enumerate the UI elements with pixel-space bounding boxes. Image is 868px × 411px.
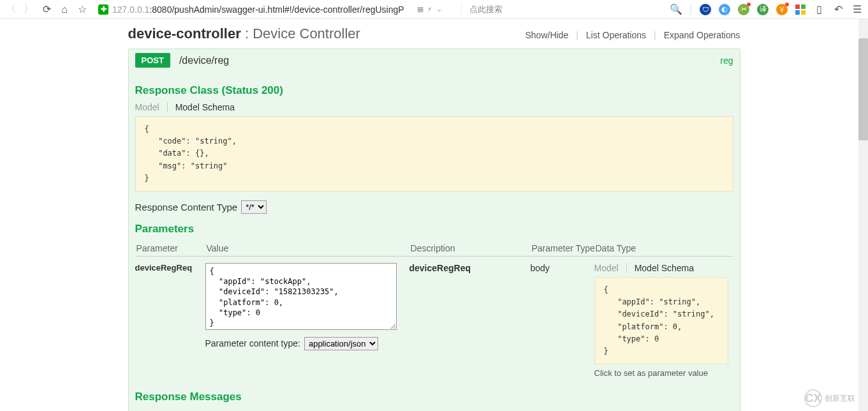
url-bar[interactable]: ✚ 127.0.0.1:8080/pushAdmin/swagger-ui.ht… [98,4,404,15]
security-shield-icon: ✚ [98,4,108,15]
controller-header: device-controller : Device Controller Sh… [128,26,740,42]
back-icon[interactable]: 〈 [5,4,17,15]
response-class-title: Response Class (Status 200) [135,84,733,97]
operation-body: Response Class (Status 200) Model Model … [129,71,740,411]
param-datatype-cell: Model Model Schema { "appId": "string", … [594,263,735,378]
dtype-tabs: Model Model Schema [594,263,735,273]
watermark: CX 创新互联 [804,389,855,407]
endpoint-path: /device/reg [179,55,229,66]
ext-scissors-icon[interactable]: ✂ [738,4,749,15]
dtype-tab-model[interactable]: Model [594,263,627,273]
refresh-icon[interactable]: ⟳ [41,4,52,15]
watermark-logo-icon: CX [804,389,822,407]
url-suffix-icons[interactable]: ▦⚡︎⌄ [417,5,442,13]
expand-ops-link[interactable]: Expand Operations [664,30,740,40]
col-parameter: Parameter [136,243,207,253]
response-tabs: Model Model Schema [135,102,733,112]
menu-icon[interactable]: ☰ [851,4,863,15]
browser-toolbar: 〈 〉 ⟳ ⌂ ☆ ✚ 127.0.0.1:8080/pushAdmin/swa… [0,0,868,19]
lightning-icon[interactable]: ⚡︎ [427,5,432,13]
param-name: deviceRegReq [135,263,205,378]
ext-wallet-icon[interactable]: ¥ [776,4,788,15]
operation-header[interactable]: POST /device/reg reg [129,49,740,71]
col-data-type: Data Type [596,243,736,253]
response-content-type-label: Response Content Type [135,202,238,213]
response-schema-box[interactable]: { "code": "string", "data": {}, "msg": "… [135,116,733,191]
bookmark-icon[interactable]: ☆ [77,4,88,15]
parameter-row: deviceRegReq Parameter content type: app… [135,257,733,378]
param-content-type-select[interactable]: application/json [304,337,378,350]
param-body-input[interactable] [205,263,397,330]
url-text: 127.0.0.1:8080/pushAdmin/swagger-ui.html… [112,4,404,15]
tab-model[interactable]: Model [135,102,168,112]
operation-block: POST /device/reg reg Response Class (Sta… [128,49,740,411]
apps-grid-icon[interactable] [795,4,805,15]
col-description: Description [411,243,532,253]
response-content-type-select[interactable]: */* [241,200,267,214]
browser-search-input[interactable]: 点此搜索 [461,4,538,15]
controller-desc: : Device Controller [245,26,360,41]
col-value: Value [207,243,411,253]
ext-shield-icon[interactable]: 🛡 [700,4,711,15]
dtype-tab-model-schema[interactable]: Model Schema [635,263,702,273]
operation-link[interactable]: reg [720,56,733,66]
search-icon[interactable]: 🔍 [670,4,682,15]
col-parameter-type: Parameter Type [532,243,596,253]
scrollbar-thumb[interactable] [858,38,868,140]
home-icon[interactable]: ⌂ [59,4,70,15]
response-messages-header: HTTP Status Code Reason Response Model H… [135,408,733,411]
controller-name[interactable]: device-controller [128,26,241,41]
ext-translate-icon[interactable]: 译 [757,4,769,15]
qr-icon[interactable]: ▦ [417,5,423,13]
page-viewport: device-controller : Device Controller Sh… [0,19,868,411]
chevron-down-icon[interactable]: ⌄ [436,5,442,13]
list-ops-link[interactable]: List Operations [586,30,646,40]
dtype-schema-box[interactable]: { "appId": "string", "deviceId": "string… [594,277,728,364]
param-description: deviceRegReq [409,263,531,378]
param-type: body [531,263,594,378]
watermark-text: 创新互联 [825,393,855,404]
param-content-type-label: Parameter content type: [205,338,300,348]
response-messages-title: Response Messages [135,391,733,403]
parameters-title: Parameters [135,223,733,235]
param-value-cell: Parameter content type: application/json [205,263,409,378]
undo-icon[interactable]: ↶ [832,4,844,15]
tab-model-schema[interactable]: Model Schema [175,102,242,112]
swagger-content: device-controller : Device Controller Sh… [128,19,740,411]
showhide-link[interactable]: Show/Hide [525,30,568,40]
dtype-hint[interactable]: Click to set as parameter value [594,368,735,378]
http-method-badge: POST [135,53,170,68]
ext-globe-icon[interactable]: ◐ [719,4,730,15]
parameters-table-header: Parameter Value Description Parameter Ty… [135,241,733,257]
mobile-icon[interactable]: ▯ [813,4,825,15]
controller-operations: Show/Hide| List Operations| Expand Opera… [525,30,740,40]
forward-icon[interactable]: 〉 [23,4,34,15]
